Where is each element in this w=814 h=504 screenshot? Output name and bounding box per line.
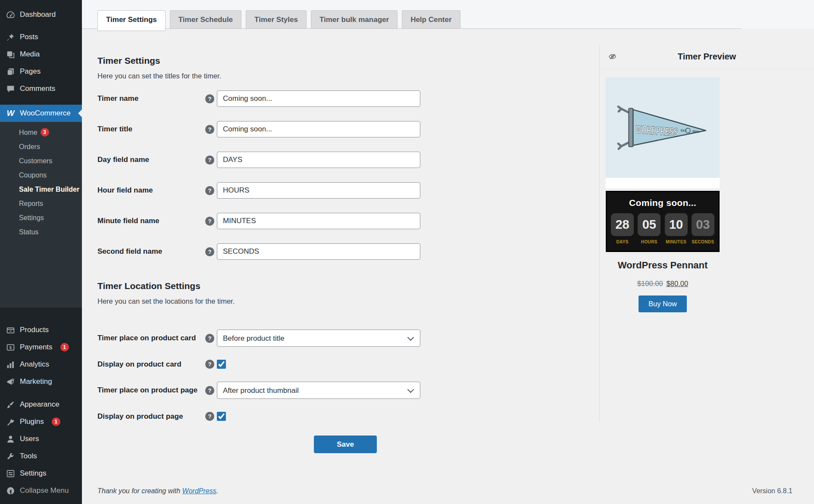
field-label: Timer place on product page [97, 386, 205, 395]
sidebar-item-pages[interactable]: Pages [0, 63, 82, 80]
plug-icon [6, 417, 15, 426]
sidebar-item-dashboard[interactable]: Dashboard [0, 6, 82, 23]
help-icon[interactable]: ? [205, 247, 214, 256]
tab-timer-schedule[interactable]: Timer Schedule [170, 10, 241, 29]
sidebar-item-media[interactable]: Media [0, 46, 82, 63]
home-badge: 3 [41, 128, 49, 137]
countdown-units: 28 DAYS 05 HOURS 10 MINUTES [610, 213, 715, 244]
plugins-badge: 1 [52, 417, 60, 426]
hours-label: HOURS [641, 240, 657, 244]
timer-place-page-select-wrap: After product thumbnail [217, 382, 420, 399]
sidebar-item-appearance[interactable]: Appearance [0, 396, 82, 413]
section-title: Timer Settings [97, 56, 599, 66]
sidebar-item-plugins[interactable]: Plugins 1 [0, 413, 82, 430]
sidebar-item-label: Pages [20, 67, 41, 76]
eye-off-icon[interactable] [608, 53, 617, 61]
buy-now-button[interactable]: Buy Now [639, 296, 687, 312]
sidebar-item-label: Posts [20, 33, 38, 41]
countdown-widget: Coming soon... 28 DAYS 05 HOURS [606, 191, 720, 252]
minute-field-name-input[interactable] [217, 213, 420, 229]
sidebar-item-comments[interactable]: Comments [0, 80, 82, 97]
days-value: 28 [611, 213, 634, 236]
collapse-menu-button[interactable]: Collapse Menu [0, 482, 82, 499]
timer-place-page-select[interactable]: After product thumbnail [217, 382, 420, 399]
field-label: Timer place on product card [97, 334, 205, 342]
field-row-display-page: Display on product page ? [97, 412, 599, 421]
box-icon [6, 326, 15, 335]
sidebar-item-label: Media [20, 50, 40, 59]
user-icon [6, 435, 15, 444]
minutes-value: 10 [665, 213, 688, 236]
minutes-label: MINUTES [666, 240, 686, 244]
megaphone-icon [6, 377, 15, 386]
field-row-timer-place-page: Timer place on product page ? After prod… [97, 382, 599, 399]
tab-help-center[interactable]: Help Center [402, 10, 460, 29]
field-row-display-card: Display on product card ? [97, 360, 599, 369]
help-icon[interactable]: ? [205, 217, 214, 226]
admin-footer: Thank you for creating with WordPress. V… [82, 482, 814, 504]
sidebar-item-tools[interactable]: Tools [0, 448, 82, 465]
sidebar-item-payments[interactable]: $ Payments 1 [0, 339, 82, 356]
sale-price: $80.00 [667, 280, 688, 288]
save-button[interactable]: Save [314, 436, 377, 453]
field-label: Minute field name [97, 217, 205, 225]
pages-icon [6, 67, 15, 76]
pushpin-icon [6, 33, 15, 42]
sidebar-item-label: Tools [20, 452, 37, 460]
second-field-name-input[interactable] [217, 243, 420, 260]
help-icon[interactable]: ? [205, 156, 214, 165]
help-icon[interactable]: ? [205, 360, 214, 369]
admin-sidebar: Dashboard Posts Media Pages Comments W W… [0, 0, 82, 504]
sidebar-item-posts[interactable]: Posts [0, 28, 82, 46]
sidebar-item-products[interactable]: Products [0, 321, 82, 339]
help-icon[interactable]: ? [205, 412, 214, 421]
submenu-item-home[interactable]: Home3 [0, 125, 82, 140]
display-on-product-page-checkbox[interactable] [217, 412, 226, 421]
location-section-title: Timer Location Settings [97, 281, 599, 291]
field-label: Hour field name [97, 186, 205, 195]
sidebar-item-settings[interactable]: Settings [0, 465, 82, 482]
help-icon[interactable]: ? [205, 125, 214, 134]
sidebar-item-woocommerce[interactable]: W WooCommerce [0, 105, 82, 122]
hour-field-name-input[interactable] [217, 182, 420, 199]
field-label: Second field name [97, 247, 205, 256]
sidebar-item-marketing[interactable]: Marketing [0, 373, 82, 390]
countdown-unit-minutes: 10 MINUTES [664, 213, 688, 244]
wrench-icon [6, 452, 15, 461]
sidebar-item-label: WooCommerce [20, 109, 71, 118]
field-label: Timer name [97, 94, 205, 103]
field-row-timer-title: Timer title ? [97, 121, 599, 137]
timer-name-input[interactable] [217, 90, 420, 107]
submenu-item-reports[interactable]: Reports [0, 196, 82, 211]
day-field-name-input[interactable] [217, 152, 420, 168]
tab-timer-bulk-manager[interactable]: Timer bulk manager [311, 10, 398, 29]
submenu-item-coupons[interactable]: Coupons [0, 168, 82, 182]
comment-icon [6, 84, 15, 93]
submenu-item-settings[interactable]: Settings [0, 211, 82, 225]
submenu-item-sale-timer-builder[interactable]: Sale Timer Builder [0, 182, 82, 196]
field-row-minute-field-name: Minute field name ? [97, 213, 599, 229]
timer-place-card-select-wrap: Before product title [217, 330, 420, 347]
preview-header: Timer Preview [600, 44, 814, 69]
help-icon[interactable]: ? [205, 386, 214, 395]
countdown-unit-seconds: 03 SECONDS [691, 213, 715, 244]
help-icon[interactable]: ? [205, 186, 214, 195]
timer-preview-panel: Timer Preview WORDPRESS EST [599, 44, 814, 422]
countdown-unit-days: 28 DAYS [610, 213, 634, 244]
help-icon[interactable]: ? [205, 94, 214, 103]
tab-timer-settings[interactable]: Timer Settings [97, 10, 166, 31]
sidebar-item-label: Appearance [20, 400, 59, 409]
countdown-heading: Coming soon... [610, 198, 715, 208]
submenu-item-orders[interactable]: Orders [0, 140, 82, 154]
submenu-item-customers[interactable]: Customers [0, 154, 82, 168]
woocommerce-submenu: Home3 Orders Customers Coupons Sale Time… [0, 122, 82, 308]
sidebar-item-users[interactable]: Users [0, 430, 82, 448]
wordpress-link[interactable]: WordPress [182, 487, 216, 495]
help-icon[interactable]: ? [205, 334, 214, 343]
timer-title-input[interactable] [217, 121, 420, 137]
sidebar-item-analytics[interactable]: Analytics [0, 356, 82, 373]
display-on-product-card-checkbox[interactable] [217, 360, 226, 369]
timer-place-card-select[interactable]: Before product title [217, 330, 420, 347]
tab-timer-styles[interactable]: Timer Styles [246, 10, 307, 29]
submenu-item-status[interactable]: Status [0, 225, 82, 239]
